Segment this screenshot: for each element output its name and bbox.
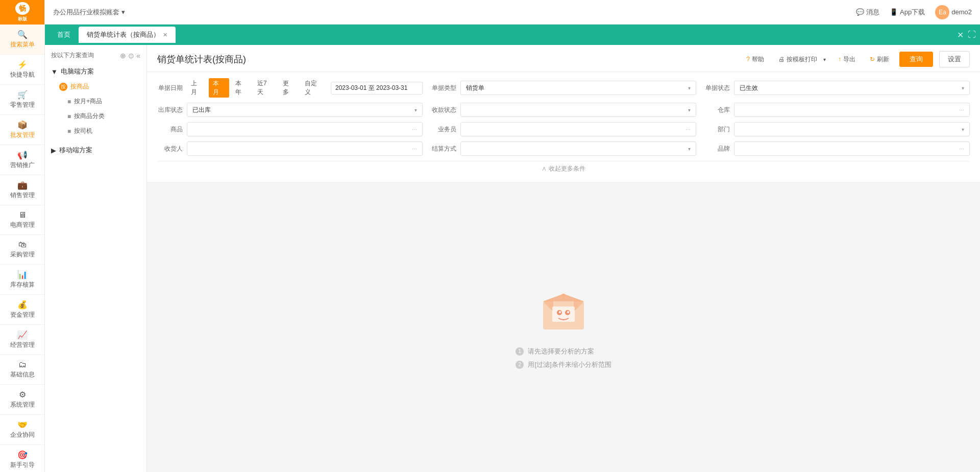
sidebar-item-operations[interactable]: 📈 经营管理 — [0, 325, 44, 355]
top-bar-right: 💬 消息 📱 App下载 Ea demo2 — [856, 5, 972, 19]
marketing-nav-icon: 📢 — [2, 150, 42, 160]
print-button-group: 🖨 按模板打印 ▾ — [774, 53, 828, 66]
sidebar-item-purchase[interactable]: 🛍 采购管理 — [0, 235, 44, 265]
date-tab-custom[interactable]: 自定义 — [301, 78, 327, 98]
date-tabs: 上月 本月 本年 近7天 更多 自定义 — [187, 78, 327, 98]
filter-date-field: 单据日期 上月 本月 本年 近7天 更多 自定义 2023-03-01 至 20… — [157, 78, 423, 98]
tree-item-by-month-goods[interactable]: ■ 按月+商品 — [45, 94, 146, 109]
doc-status-value: 已生效 — [740, 84, 758, 92]
message-button[interactable]: 💬 消息 — [856, 8, 879, 17]
tree-item-by-dept[interactable]: ■ 按司机 — [45, 124, 146, 138]
date-tab-this-month[interactable]: 本月 — [209, 78, 229, 98]
tree-section-mobile-label: 移动端方案 — [59, 146, 92, 155]
by-dept-label: 按司机 — [74, 127, 92, 135]
sidebar: 畅 标版 🔍 搜索菜单 ⚡ 快捷导航 🛒 零售管理 📦 批发管理 📢 营销推广 … — [0, 0, 45, 472]
sidebar-item-basic[interactable]: 🗂 基础信息 — [0, 355, 44, 385]
filter-doc-type-control[interactable]: 销货单 ▾ — [460, 81, 696, 95]
tree-item-by-goods[interactable]: 按 按商品 — [45, 79, 146, 94]
filter-salesperson-control[interactable]: ··· — [460, 122, 696, 136]
export-button[interactable]: ↑ 导出 — [834, 53, 860, 66]
user-profile-button[interactable]: Ea demo2 — [935, 5, 972, 19]
user-avatar: Ea — [935, 5, 949, 19]
filter-warehouse-field: 仓库 ··· — [704, 103, 970, 117]
print-dropdown-chevron-icon[interactable]: ▾ — [821, 55, 828, 64]
basic-nav-icon: 🗂 — [2, 360, 42, 369]
settings-scheme-icon[interactable]: ⊙ — [128, 52, 134, 60]
collapse-panel-icon[interactable]: « — [136, 52, 140, 60]
print-button[interactable]: 🖨 按模板打印 — [774, 53, 821, 66]
filter-salesperson-label: 业务员 — [431, 125, 456, 134]
filter-brand-control[interactable]: ··· — [734, 141, 970, 156]
filter-doc-status-control[interactable]: 已生效 ▾ — [734, 81, 970, 95]
tip-1-text: 请先选择要分析的方案 — [528, 345, 594, 358]
filter-out-status-control[interactable]: 已出库 ▾ — [187, 103, 423, 117]
filter-brand-field: 品牌 ··· — [704, 141, 970, 156]
date-tab-last-month[interactable]: 上月 — [187, 78, 207, 98]
tab-home[interactable]: 首页 — [49, 27, 79, 43]
enterprise-nav-icon: 🤝 — [2, 420, 42, 430]
print-icon: 🖨 — [778, 56, 785, 63]
by-goods-label: 按商品 — [70, 82, 89, 91]
app-name-label: 办公用品行业模拟账套 — [53, 8, 119, 17]
sidebar-item-system[interactable]: ⚙ 系统管理 — [0, 385, 44, 415]
sidebar-item-retail[interactable]: 🛒 零售管理 — [0, 85, 44, 115]
tab-report[interactable]: 销货单统计表（按商品） ✕ — [79, 27, 176, 43]
sidebar-item-marketing[interactable]: 📢 营销推广 — [0, 145, 44, 175]
filter-warehouse-label: 仓库 — [704, 106, 730, 114]
sidebar-item-quick[interactable]: ⚡ 快捷导航 — [0, 55, 44, 85]
collapse-more-conditions[interactable]: ∧ 收起更多条件 — [157, 161, 970, 176]
top-bar: 办公用品行业模拟账套 ▾ 💬 消息 📱 App下载 Ea demo2 — [45, 0, 980, 25]
tab-close-icon[interactable]: ✕ — [163, 32, 167, 38]
date-tab-last7[interactable]: 近7天 — [253, 78, 277, 98]
app-name-dropdown[interactable]: 办公用品行业模拟账套 ▾ — [53, 8, 125, 17]
sidebar-item-sales[interactable]: 💼 销售管理 — [0, 175, 44, 205]
date-tab-this-year[interactable]: 本年 — [231, 78, 251, 98]
filter-receiver-label: 收货人 — [157, 145, 183, 153]
left-panel-title: 按以下方案查询 — [51, 51, 94, 60]
sidebar-item-finance[interactable]: 💰 资金管理 — [0, 295, 44, 325]
filter-row-3: 商品 ··· 业务员 ··· 部门 — [157, 122, 970, 136]
filter-payment-control[interactable]: ▾ — [460, 103, 696, 117]
filter-goods-control[interactable]: ··· — [187, 122, 423, 136]
payment-chevron-icon: ▾ — [688, 107, 691, 113]
filter-out-status-field: 出库状态 已出库 ▾ — [157, 103, 423, 117]
filter-warehouse-control[interactable]: ··· — [734, 103, 970, 117]
filter-goods-field: 商品 ··· — [157, 122, 423, 136]
tab-expand-icon[interactable]: ⛶ — [968, 30, 976, 40]
sidebar-item-wholesale[interactable]: 📦 批发管理 — [0, 115, 44, 145]
refresh-button[interactable]: ↻ 刷新 — [866, 53, 893, 66]
filter-row-4: 收货人 ··· 结算方式 ▾ 品牌 — [157, 141, 970, 156]
query-button[interactable]: 查询 — [899, 52, 933, 67]
logo-icon: 畅 — [15, 2, 30, 15]
sidebar-item-inventory[interactable]: 📊 库存核算 — [0, 265, 44, 295]
left-panel-header: 按以下方案查询 ⊕ ⊙ « — [45, 51, 146, 64]
tree-section-mobile-header[interactable]: ▶ 移动端方案 — [45, 143, 146, 158]
filter-receiver-control[interactable]: ··· — [187, 141, 423, 156]
by-goods-cat-label: 按商品分类 — [74, 112, 105, 121]
tree-section-pc-label: 电脑端方案 — [61, 67, 94, 76]
page-actions: ? 帮助 🖨 按模板打印 ▾ ↑ 导出 — [742, 51, 970, 67]
tree-section-pc-header[interactable]: ▼ 电脑端方案 — [45, 64, 146, 79]
system-nav-icon: ⚙ — [2, 390, 42, 399]
left-panel-actions: ⊕ ⊙ « — [120, 52, 140, 60]
filter-settlement-control[interactable]: ▾ — [460, 141, 696, 156]
tab-close-window-icon[interactable]: ✕ — [957, 30, 964, 40]
sidebar-item-search[interactable]: 🔍 搜索菜单 — [0, 25, 44, 55]
date-tab-more[interactable]: 更多 — [279, 78, 299, 98]
sidebar-item-enterprise[interactable]: 🤝 企业协同 — [0, 415, 44, 445]
settings-button[interactable]: 设置 — [939, 51, 970, 67]
sidebar-item-ecommerce[interactable]: 🖥 电商管理 — [0, 205, 44, 235]
sidebar-item-newbie[interactable]: 🎯 新手引导 — [0, 445, 44, 472]
help-button[interactable]: ? 帮助 — [742, 53, 768, 66]
filter-dept-control[interactable]: ▾ — [734, 122, 970, 136]
message-icon: 💬 — [856, 8, 864, 16]
by-goods-cat-icon-indicator: ■ — [67, 113, 71, 120]
filter-payment-status-field: 收款状态 ▾ — [431, 103, 696, 117]
filter-doc-type-label: 单据类型 — [431, 84, 456, 92]
doc-status-chevron-icon: ▾ — [962, 85, 964, 91]
date-value-display[interactable]: 2023-03-01 至 2023-03-31 — [331, 82, 423, 95]
app-download-button[interactable]: 📱 App下载 — [890, 8, 925, 17]
tree-item-by-goods-cat[interactable]: ■ 按商品分类 — [45, 109, 146, 124]
tip-2-text: 用[过滤]条件来缩小分析范围 — [528, 358, 611, 371]
add-scheme-icon[interactable]: ⊕ — [120, 52, 126, 60]
